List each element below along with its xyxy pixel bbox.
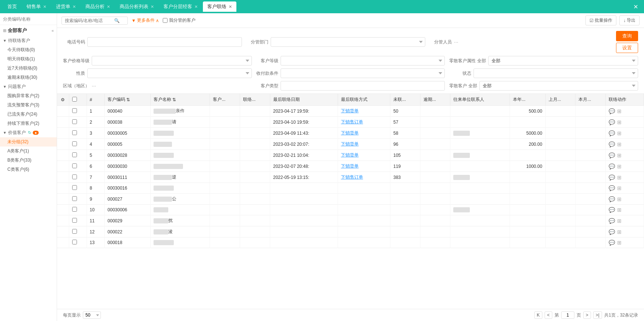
my-customers-checkbox[interactable]: 我分管的客户 bbox=[163, 17, 196, 24]
close-sales-tab[interactable]: ✕ bbox=[43, 4, 46, 9]
row-checkbox[interactable] bbox=[72, 174, 77, 179]
chat-icon[interactable]: 💬 bbox=[609, 108, 615, 114]
chat-icon[interactable]: 💬 bbox=[609, 229, 615, 235]
row-checkbox[interactable] bbox=[72, 152, 77, 157]
grid-icon[interactable]: ⊞ bbox=[617, 229, 622, 235]
row-checkbox[interactable] bbox=[72, 119, 77, 124]
grid-icon[interactable]: ⊞ bbox=[617, 218, 622, 224]
gear-column-header[interactable]: ⚙ bbox=[57, 94, 69, 106]
nature-select[interactable] bbox=[87, 68, 252, 78]
chat-icon[interactable]: 💬 bbox=[609, 119, 615, 125]
chat-icon[interactable]: 💬 bbox=[609, 141, 615, 147]
search-icon[interactable]: 🔍 bbox=[114, 18, 120, 23]
row-checkbox-cell[interactable] bbox=[69, 161, 87, 172]
chat-icon[interactable]: 💬 bbox=[609, 185, 615, 191]
close-purchase-tab[interactable]: ✕ bbox=[73, 4, 76, 9]
grid-icon[interactable]: ⊞ bbox=[617, 240, 622, 246]
search-input[interactable] bbox=[65, 18, 113, 23]
tab-goods-analysis[interactable]: 商品分析 ✕ bbox=[81, 1, 115, 12]
close-all-tabs[interactable]: ✕ bbox=[630, 3, 641, 10]
sidebar-search-input[interactable] bbox=[3, 17, 57, 22]
price-level-select[interactable] bbox=[92, 56, 252, 66]
chat-icon[interactable]: 💬 bbox=[609, 196, 615, 202]
row-checkbox-cell[interactable] bbox=[69, 172, 87, 183]
contact-way-link[interactable]: 下销售订单 bbox=[341, 119, 363, 124]
grid-icon[interactable]: ⊞ bbox=[617, 163, 622, 169]
chat-icon[interactable]: 💬 bbox=[609, 130, 615, 136]
chat-icon[interactable]: 💬 bbox=[609, 163, 615, 169]
page-size-select[interactable]: 50 100 200 bbox=[83, 311, 101, 319]
sidebar-item-ungroup[interactable]: 未分组(32) bbox=[0, 137, 57, 147]
export-btn[interactable]: ↓ 导出 bbox=[619, 15, 640, 25]
row-checkbox-cell[interactable] bbox=[69, 117, 87, 128]
next-page-btn[interactable]: > bbox=[583, 311, 591, 319]
phone-input[interactable] bbox=[87, 37, 242, 47]
customer-type-input[interactable] bbox=[281, 81, 445, 91]
sidebar-item-today[interactable]: 今天待联络(0) bbox=[0, 45, 57, 54]
tab-sales[interactable]: 销售单 ✕ bbox=[22, 1, 51, 12]
row-checkbox-cell[interactable] bbox=[69, 106, 87, 117]
grid-icon[interactable]: ⊞ bbox=[617, 141, 622, 147]
close-contact-tab[interactable]: ✕ bbox=[229, 4, 232, 9]
section-problem-customers[interactable]: ▼ 问题客户 bbox=[0, 82, 57, 91]
grid-icon[interactable]: ⊞ bbox=[617, 196, 622, 202]
tab-goods-list[interactable]: 商品分析列表 ✕ bbox=[115, 1, 158, 12]
row-checkbox[interactable] bbox=[72, 163, 77, 168]
grid-icon[interactable]: ⊞ bbox=[617, 152, 622, 158]
tab-home[interactable]: 首页 bbox=[3, 1, 21, 12]
row-checkbox[interactable] bbox=[72, 218, 77, 223]
sidebar-item-warning[interactable]: 流失预警客户(3) bbox=[0, 100, 57, 110]
row-checkbox[interactable] bbox=[72, 108, 77, 113]
contact-way-link[interactable]: 下销售订单 bbox=[341, 174, 363, 180]
select-all-checkbox[interactable] bbox=[72, 97, 77, 102]
sidebar-item-7days[interactable]: 近7天待联络(0) bbox=[0, 64, 57, 73]
sidebar-item-tomorrow[interactable]: 明天待联络(1) bbox=[0, 54, 57, 64]
chat-icon[interactable]: 💬 bbox=[609, 207, 615, 213]
row-checkbox[interactable] bbox=[72, 196, 77, 201]
retail-select[interactable]: 全部 bbox=[479, 81, 638, 91]
contact-way-link[interactable]: 下销货单 bbox=[341, 152, 359, 158]
contact-way-link[interactable]: 下销货单 bbox=[341, 130, 359, 135]
grid-icon[interactable]: ⊞ bbox=[617, 185, 622, 191]
code-column-header[interactable]: 客户编码⇅ bbox=[105, 94, 151, 106]
contact-way-link[interactable]: 下销货单 bbox=[341, 163, 359, 169]
region-dots-btn[interactable]: ··· bbox=[92, 83, 252, 89]
refresh-value-icon[interactable]: ↻ bbox=[28, 130, 31, 135]
close-goods-list-tab[interactable]: ✕ bbox=[151, 4, 154, 9]
dept-select[interactable] bbox=[271, 37, 425, 47]
page-number-input[interactable] bbox=[561, 311, 574, 319]
row-checkbox-cell[interactable] bbox=[69, 139, 87, 150]
row-checkbox[interactable] bbox=[72, 141, 77, 146]
payment-select[interactable] bbox=[281, 68, 445, 78]
retail-attr-select[interactable]: 全部 bbox=[488, 56, 638, 66]
first-page-btn[interactable]: K bbox=[534, 311, 542, 319]
row-checkbox-cell[interactable] bbox=[69, 205, 87, 215]
sidebar-item-declining[interactable]: 持续下滑客户(2) bbox=[0, 119, 57, 128]
grid-icon[interactable]: ⊞ bbox=[617, 207, 622, 213]
section-value-customers[interactable]: ▼ 价值客户 ↻ ● bbox=[0, 128, 57, 137]
sidebar-item-class-c[interactable]: C类客户(6) bbox=[0, 165, 57, 174]
section-pending-contact[interactable]: ▼ 待联络客户 bbox=[0, 36, 57, 45]
tab-purchase[interactable]: 进货单 ✕ bbox=[52, 1, 80, 12]
close-segment-tab[interactable]: ✕ bbox=[194, 4, 198, 9]
chat-icon[interactable]: 💬 bbox=[609, 152, 615, 158]
grid-icon[interactable]: ⊞ bbox=[617, 130, 622, 136]
sidebar-item-overdue[interactable]: 逾期未联络(30) bbox=[0, 73, 57, 82]
sidebar-item-lost[interactable]: 已流失客户(24) bbox=[0, 110, 57, 119]
row-checkbox-cell[interactable] bbox=[69, 194, 87, 205]
chat-icon[interactable]: 💬 bbox=[609, 174, 615, 180]
customer-level-select[interactable] bbox=[281, 56, 445, 66]
row-checkbox[interactable] bbox=[72, 229, 77, 234]
grid-icon[interactable]: ⊞ bbox=[617, 174, 622, 180]
chat-icon[interactable]: 💬 bbox=[609, 240, 615, 246]
sidebar-item-class-a[interactable]: A类客户(1) bbox=[0, 147, 57, 156]
row-checkbox-cell[interactable] bbox=[69, 215, 87, 226]
row-checkbox-cell[interactable] bbox=[69, 183, 87, 194]
checkbox-column-header[interactable] bbox=[69, 94, 87, 106]
row-checkbox-cell[interactable] bbox=[69, 128, 87, 139]
row-checkbox[interactable] bbox=[72, 185, 77, 190]
status-select[interactable] bbox=[474, 68, 638, 78]
prev-page-btn[interactable]: < bbox=[545, 311, 552, 319]
chat-icon[interactable]: 💬 bbox=[609, 218, 615, 224]
tab-customer-segment[interactable]: 客户分层经客 ✕ bbox=[159, 1, 202, 12]
